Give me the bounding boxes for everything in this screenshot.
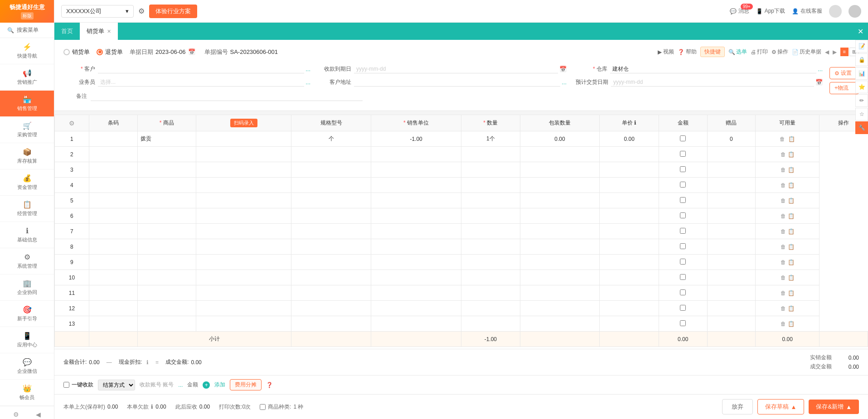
delete-icon[interactable]: 🗑	[781, 259, 786, 265]
sidebar-item-enterprise[interactable]: 🏢 企业协同	[0, 275, 54, 301]
prev-page-btn[interactable]: ◀	[825, 49, 829, 55]
sidebar-item-ops[interactable]: 📋 经营管理	[0, 196, 54, 222]
message-btn[interactable]: 💬 消息 99+	[730, 7, 749, 15]
user-avatar2[interactable]	[849, 5, 861, 18]
sidebar-settings-btn[interactable]: ⚙	[13, 411, 19, 418]
payment-due-input[interactable]	[354, 65, 558, 73]
row-product[interactable]: 拨贡	[137, 131, 196, 147]
help-btn[interactable]: ❓ 帮助	[678, 48, 697, 56]
float-btn-3[interactable]: 📊	[855, 67, 868, 80]
gift-checkbox[interactable]	[680, 197, 686, 203]
op-btn[interactable]: ⚙ 操作	[771, 48, 788, 56]
delete-icon[interactable]: 🗑	[781, 167, 786, 173]
gift-checkbox[interactable]	[680, 320, 686, 326]
copy-icon[interactable]: 📋	[788, 151, 795, 158]
delete-icon[interactable]: 🗑	[781, 197, 786, 204]
payment-due-calendar[interactable]: 📅	[559, 66, 567, 72]
customer-address-dots[interactable]: ...	[562, 79, 567, 86]
gift-checkbox[interactable]	[680, 182, 686, 188]
history-btn[interactable]: 📄 历史单据	[792, 48, 821, 56]
tab-sales-order[interactable]: 销货单 ✕	[80, 23, 118, 40]
sidebar-collapse-btn[interactable]: ◀	[36, 411, 41, 418]
row-price[interactable]: 0.00	[520, 131, 600, 147]
video-btn[interactable]: ▶ 视频	[658, 48, 674, 56]
row-amount[interactable]: 0.00	[600, 131, 659, 147]
view-list-btn[interactable]: ≡	[840, 48, 849, 56]
float-btn-4[interactable]: ⭐	[855, 81, 868, 93]
save-new-button[interactable]: 保存&新增 ▲	[809, 400, 859, 414]
print-btn[interactable]: 🖨 打印	[751, 48, 768, 56]
salesperson-input[interactable]	[98, 78, 304, 87]
delete-icon[interactable]: 🗑	[781, 321, 786, 327]
sidebar-item-app-center[interactable]: 📱 应用中心	[0, 327, 54, 353]
row-unit[interactable]: 个	[291, 131, 371, 147]
warehouse-dots[interactable]: ...	[818, 66, 823, 72]
delete-icon[interactable]: 🗑	[781, 244, 786, 250]
payment-dots[interactable]: ...	[178, 382, 183, 388]
sidebar-item-finance[interactable]: 💰 资金管理	[0, 169, 54, 196]
sidebar-item-sys-mgmt[interactable]: ⚙ 系统管理	[0, 248, 54, 275]
gift-checkbox[interactable]	[680, 289, 686, 295]
row-qty[interactable]: -1.00	[371, 131, 461, 147]
app-download-btn[interactable]: 📱 App下载	[756, 7, 785, 15]
payment-method-select[interactable]: 结算方式	[98, 380, 135, 390]
gift-checkbox[interactable]	[680, 228, 686, 234]
copy-icon[interactable]: 📋	[788, 259, 795, 265]
gift-checkbox[interactable]	[680, 243, 686, 249]
gift-checkbox[interactable]	[680, 166, 686, 172]
sidebar-item-quick-nav[interactable]: ⚡ 快捷导航	[0, 38, 54, 64]
delete-icon[interactable]: 🗑	[781, 228, 786, 235]
customer-dots[interactable]: ...	[305, 66, 310, 72]
notes-input[interactable]	[91, 92, 363, 101]
row-barcode[interactable]	[89, 131, 137, 147]
customer-address-input[interactable]	[354, 78, 560, 87]
sidebar-item-inventory[interactable]: 📦 库存核算	[0, 143, 54, 169]
sidebar-item-corp-wechat[interactable]: 💬 企业微信	[0, 353, 54, 380]
expected-date-calendar[interactable]: 📅	[815, 79, 823, 86]
copy-icon[interactable]: 📋	[788, 244, 795, 250]
logistics-button[interactable]: +物流	[829, 82, 859, 94]
settings-button[interactable]: ⚙	[138, 7, 145, 15]
delete-icon[interactable]: 🗑	[780, 136, 785, 142]
gift-checkbox[interactable]	[680, 274, 686, 280]
sidebar-item-marketing[interactable]: 📢 营销推广	[0, 64, 54, 91]
delete-icon[interactable]: 🗑	[781, 275, 786, 281]
scan-btn[interactable]: 扫码录入	[230, 119, 257, 127]
sidebar-item-sales-mgmt[interactable]: 🏪 销售管理	[0, 91, 54, 117]
copy-icon[interactable]: 📋	[788, 136, 795, 142]
radio-sales-order[interactable]: 销货单	[63, 48, 90, 56]
filter-btn[interactable]: 🔍 选单	[728, 48, 747, 56]
radio-return-order[interactable]: 退货单	[97, 48, 123, 56]
next-page-btn[interactable]: ▶	[833, 49, 837, 55]
one-click-checkbox[interactable]	[63, 382, 69, 388]
row-gift[interactable]	[659, 131, 707, 147]
gift-checkbox[interactable]	[680, 305, 686, 311]
copy-icon[interactable]: 📋	[788, 213, 795, 219]
discard-button[interactable]: 放弃	[722, 399, 753, 414]
copy-icon[interactable]: 📋	[788, 167, 795, 173]
goods-type-checkbox[interactable]	[260, 404, 266, 410]
gift-checkbox[interactable]	[680, 135, 686, 141]
float-btn-6[interactable]: ☆	[855, 108, 868, 120]
expected-date-input[interactable]	[611, 78, 814, 87]
float-btn-7[interactable]: 🔧	[855, 121, 868, 134]
col-scan-header[interactable]: 扫码录入	[196, 115, 291, 131]
sidebar-item-purchase[interactable]: 🛒 采购管理	[0, 117, 54, 143]
row-pkg-qty[interactable]: 1个	[461, 131, 520, 147]
online-support-btn[interactable]: 👤 在线客服	[792, 7, 822, 15]
copy-icon[interactable]: 📋	[788, 290, 795, 296]
expense-tab-btn[interactable]: 费用分摊	[230, 379, 262, 390]
sidebar-item-newbie[interactable]: 🎯 新手引导	[0, 301, 54, 327]
float-btn-2[interactable]: 🔒	[855, 53, 868, 66]
float-btn-5[interactable]: ✏	[855, 94, 868, 107]
salesperson-dots[interactable]: ...	[305, 79, 310, 86]
delete-icon[interactable]: 🗑	[781, 151, 786, 158]
gift-checkbox[interactable]	[680, 151, 686, 157]
shortcut-btn[interactable]: 快捷键	[700, 47, 725, 57]
company-selector[interactable]: XXXXXX公司 ▾	[61, 5, 134, 18]
row-operation[interactable]: 🗑 📋	[756, 131, 820, 147]
add-payment-btn[interactable]: +	[203, 381, 210, 389]
copy-icon[interactable]: 📋	[788, 182, 795, 188]
copy-icon[interactable]: 📋	[788, 305, 795, 312]
col-gear-header[interactable]: ⚙	[55, 115, 89, 131]
